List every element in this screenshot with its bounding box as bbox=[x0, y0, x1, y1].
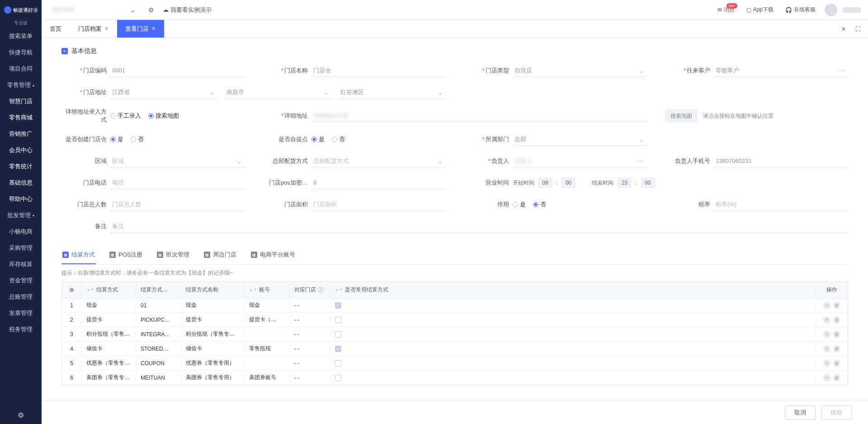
self-pick-no[interactable]: 否 bbox=[332, 135, 345, 143]
store-phone-input[interactable]: 电话 bbox=[110, 176, 245, 189]
org-selector[interactable]: 组织名称 ⌄ bbox=[49, 4, 139, 16]
table-settings-icon[interactable]: ⚙ bbox=[69, 287, 74, 293]
table-row[interactable]: 4储值卡STORED…储值卡零售抵现- -✓+🗑 bbox=[62, 342, 848, 356]
store-code-input[interactable]: 0001 bbox=[110, 64, 245, 77]
sidebar-item[interactable]: 税务管理 bbox=[0, 321, 42, 338]
sidebar-item[interactable]: 总账管理 bbox=[0, 289, 42, 305]
delete-row-icon[interactable]: 🗑 bbox=[833, 360, 840, 367]
staff-count-input[interactable]: 门店总人数 bbox=[110, 198, 245, 211]
self-pick-yes[interactable]: 是 bbox=[311, 135, 325, 143]
sidebar-item[interactable]: 帮助中心 bbox=[0, 191, 42, 207]
customer-service-action[interactable]: 🎧 在线客服 bbox=[785, 6, 816, 14]
remark-input[interactable]: 备注 bbox=[110, 220, 848, 233]
tax-rate-input[interactable]: 税率(%) bbox=[714, 198, 848, 211]
settings-icon[interactable]: ⚙ bbox=[18, 411, 24, 419]
start-min[interactable]: 00 bbox=[561, 177, 576, 188]
add-row-icon[interactable]: + bbox=[823, 374, 830, 381]
checkbox[interactable] bbox=[335, 375, 341, 381]
start-hour[interactable]: 08 bbox=[538, 177, 552, 188]
dist-mode-select[interactable]: 总部配货方式 bbox=[311, 155, 446, 167]
owner-picker[interactable]: 负责人⋯ bbox=[513, 155, 647, 167]
fullscreen-toggle[interactable]: ⛶ bbox=[852, 23, 864, 35]
checkbox[interactable]: ✓ bbox=[335, 346, 341, 352]
subtab[interactable]: ▦周边门店 bbox=[203, 246, 237, 264]
subtab[interactable]: ▦结算方式 bbox=[61, 246, 96, 264]
owner-phone-input[interactable]: 13807060231 bbox=[714, 155, 848, 167]
tab[interactable]: 首页 bbox=[42, 20, 70, 38]
pos-key-input[interactable]: 8 bbox=[311, 176, 446, 189]
close-icon[interactable]: ✕ bbox=[151, 26, 156, 32]
district-select[interactable]: 红谷滩区 bbox=[339, 86, 446, 99]
avatar[interactable] bbox=[825, 4, 837, 16]
store-name-input[interactable]: 门店仓 bbox=[311, 64, 446, 77]
gear-icon[interactable]: ⚙ bbox=[145, 4, 157, 16]
delete-row-icon[interactable]: 🗑 bbox=[833, 302, 840, 309]
city-select[interactable]: 南昌市 bbox=[225, 86, 332, 99]
sidebar-item[interactable]: 发票管理 bbox=[0, 305, 42, 321]
save-button[interactable]: 保存 bbox=[821, 405, 852, 420]
app-download-action[interactable]: ▢ App下载 bbox=[746, 6, 774, 14]
checkbox[interactable] bbox=[335, 360, 341, 367]
sidebar-item[interactable]: 智慧门店 bbox=[0, 93, 42, 110]
table-row[interactable]: 3积分抵现（零售…INTEGRA…积分抵现（零售专…- -+🗑 bbox=[62, 327, 848, 342]
sidebar-item[interactable]: 项目合同 bbox=[0, 61, 42, 77]
create-wh-no[interactable]: 否 bbox=[131, 135, 144, 143]
end-hour[interactable]: 23 bbox=[617, 177, 632, 188]
add-row-icon[interactable]: + bbox=[823, 345, 830, 353]
sidebar-item[interactable]: 营销推广 bbox=[0, 126, 42, 142]
delete-row-icon[interactable]: 🗑 bbox=[833, 374, 840, 381]
delete-row-icon[interactable]: 🗑 bbox=[833, 331, 840, 338]
sidebar-item[interactable]: 采购管理 bbox=[0, 240, 42, 256]
store-type-select[interactable]: 自营店 bbox=[513, 64, 647, 77]
table-row[interactable]: 2提货卡PICKUPC…提货卡提货卡（…- -+🗑 bbox=[62, 313, 848, 327]
sidebar-item[interactable]: 零售管理▴ bbox=[0, 77, 42, 93]
add-row-icon[interactable]: + bbox=[823, 360, 830, 367]
subtab[interactable]: ▦POS注册 bbox=[108, 246, 143, 264]
demo-link[interactable]: ☁ 我要看实例演示 bbox=[163, 6, 212, 14]
tab[interactable]: 查看门店✕ bbox=[117, 20, 164, 38]
sidebar-item[interactable]: 批发管理▾ bbox=[0, 207, 42, 224]
sidebar-item[interactable]: 基础信息 bbox=[0, 175, 42, 191]
search-map-button[interactable]: 搜索地图 bbox=[665, 110, 698, 122]
region-select[interactable]: 区域 bbox=[110, 155, 245, 167]
end-min[interactable]: 00 bbox=[641, 177, 655, 188]
create-wh-yes[interactable]: 是 bbox=[110, 135, 123, 143]
mobile-icon: ▢ bbox=[746, 7, 751, 13]
table-row[interactable]: 1现金01现金现金- -✓+🗑 bbox=[62, 298, 848, 313]
table-row[interactable]: 5优惠券（零售专…COUPON优惠券（零售专用）- -+🗑 bbox=[62, 356, 848, 371]
add-row-icon[interactable]: + bbox=[823, 331, 830, 338]
checkbox[interactable] bbox=[335, 317, 341, 323]
subtab[interactable]: ▦班次管理 bbox=[156, 246, 190, 264]
sidebar-item[interactable]: 快捷导航 bbox=[0, 44, 42, 61]
delete-row-icon[interactable]: 🗑 bbox=[833, 316, 840, 324]
table-row[interactable]: 6美团券（零售专…MEITUAN美团券（零售专用）美团券账号- -+🗑 bbox=[62, 371, 848, 385]
help-icon[interactable]: ? bbox=[318, 287, 324, 293]
checkbox[interactable]: ✓ bbox=[335, 302, 341, 309]
sidebar-item[interactable]: 搜索菜单 bbox=[0, 28, 42, 44]
delete-row-icon[interactable]: 🗑 bbox=[833, 345, 840, 353]
add-row-icon[interactable]: + bbox=[823, 316, 830, 324]
add-row-icon[interactable]: + bbox=[823, 302, 830, 309]
disabled-yes[interactable]: 是 bbox=[513, 200, 526, 209]
sidebar-item[interactable]: 小畅电商 bbox=[0, 224, 42, 240]
sidebar-item[interactable]: 零售统计 bbox=[0, 158, 42, 175]
close-all-tabs[interactable]: ✕ bbox=[837, 23, 850, 35]
close-icon[interactable]: ✕ bbox=[104, 26, 108, 32]
messages-action[interactable]: ✉ 消息 99+ bbox=[717, 6, 735, 14]
checkbox[interactable] bbox=[335, 331, 341, 338]
dept-select[interactable]: 总部 bbox=[513, 133, 647, 146]
customer-picker[interactable]: 零散客户⋯ bbox=[714, 64, 848, 77]
province-select[interactable]: 江西省 bbox=[110, 86, 217, 99]
detail-address-input[interactable]: 详细地址内容 bbox=[311, 110, 647, 122]
sidebar-item[interactable]: 资金管理 bbox=[0, 272, 42, 289]
sidebar-item[interactable]: 会员中心 bbox=[0, 142, 42, 158]
tab[interactable]: 门店档案✕ bbox=[70, 20, 117, 38]
sidebar-item[interactable]: 零售商城 bbox=[0, 110, 42, 126]
disabled-no[interactable]: 否 bbox=[533, 200, 546, 209]
addr-mode-manual[interactable]: 手工录入 bbox=[110, 112, 141, 120]
sidebar-item[interactable]: 库存核算 bbox=[0, 256, 42, 272]
subtab[interactable]: ▦电商平台账号 bbox=[250, 246, 296, 264]
addr-mode-map[interactable]: 搜索地图 bbox=[148, 112, 179, 120]
store-area-input[interactable]: 门店面积 bbox=[311, 198, 446, 211]
cancel-button[interactable]: 取消 bbox=[785, 405, 816, 420]
